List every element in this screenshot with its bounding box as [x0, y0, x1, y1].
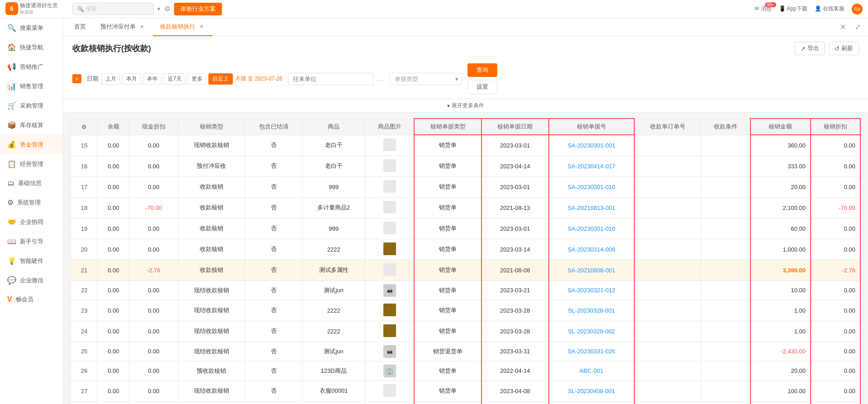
finance-icon: 💰 — [7, 140, 16, 149]
table-row: 270.000.00现结收款核销否衣服00001销货单2023-04-08SL-… — [71, 380, 861, 401]
brand-name: 畅捷通谱好生意 — [20, 2, 58, 9]
sidebar-item-operation[interactable]: 📋 经营管理 — [0, 154, 63, 174]
col-header-settings[interactable]: ⚙ — [71, 119, 98, 135]
date-last-month-btn[interactable]: 上月 — [101, 73, 120, 85]
page-content: 收款核销执行(按收款) ↗ 导出 ↺ 刷新 » — [63, 36, 868, 404]
inventory-icon: 📦 — [7, 121, 16, 129]
filter-dots: ... — [377, 76, 384, 82]
sidebar-label-guide: 新手引导 — [20, 238, 43, 246]
sidebar-label-operation: 经营管理 — [20, 160, 43, 168]
query-btn[interactable]: 查询 — [467, 63, 497, 77]
sidebar-item-hardware[interactable]: 💡 智能硬件 — [0, 251, 63, 271]
settings-gear-icon[interactable]: ⚙ — [164, 5, 170, 13]
bill-no-link[interactable]: SA-20230321-012 — [567, 287, 615, 294]
bill-no-link[interactable]: SA-20210808-001 — [567, 267, 615, 274]
sidebar-item-member[interactable]: V 畅会员 — [0, 290, 63, 309]
verify-bill-no-header-label: 核销单据号 — [577, 123, 606, 130]
bill-no-link[interactable]: SA-20230301-001 — [567, 142, 615, 149]
user-avatar[interactable]: Rit — [852, 4, 863, 14]
date-range-display: 不限 至 2023-07-26 — [236, 75, 283, 83]
date-7days-btn[interactable]: 近7天 — [164, 73, 186, 85]
tab-home[interactable]: 首页 — [67, 18, 93, 36]
verify-bill-date-header-label: 核销单据日期 — [497, 123, 533, 130]
sidebar-item-marketing[interactable]: 📢 营销推广 — [0, 57, 63, 76]
bill-no-link[interactable]: SA-20230414-017 — [567, 163, 615, 170]
query-settings-group: 查询 设置 — [467, 63, 497, 94]
tab-collection-label: 收款核销执行 — [160, 23, 195, 31]
sidebar-label-member: 畅会员 — [16, 295, 33, 304]
online-service[interactable]: 👤 在线客服 — [815, 5, 844, 13]
dropdown-arrow-icon[interactable]: ▾ — [157, 5, 160, 12]
date-this-year-btn[interactable]: 本年 — [143, 73, 162, 85]
message-notif[interactable]: ✉ 消息 99+ — [755, 5, 771, 13]
page-title: 收款核销执行(按收款) — [72, 43, 151, 54]
bill-no-link[interactable]: SA-20210813-001 — [567, 204, 615, 211]
message-badge: 99+ — [765, 2, 776, 7]
tab-expand-icon[interactable]: ⤢ — [851, 23, 864, 31]
sidebar-label-system: 系统管理 — [17, 199, 41, 207]
receipt-order-no-header-label: 收款单订单号 — [650, 123, 685, 130]
sidebar-item-system[interactable]: ⚙ 系统管理 — [0, 193, 63, 212]
sidebar-item-guide[interactable]: 📖 新手引导 — [0, 232, 63, 251]
bill-no-link[interactable]: SA-20230314-008 — [567, 246, 615, 253]
bill-no-link[interactable]: ABC-001 — [580, 367, 604, 374]
content-area: 首页 预付冲应付单 ✕ 收款核销执行 ✕ ✕ ⤢ 收款核销执行(按收款) — [63, 18, 868, 404]
expand-conditions-btn[interactable]: ▾ 展开更多条件 — [447, 102, 484, 109]
sidebar-item-base[interactable]: 🗂 基础信息 — [0, 174, 63, 193]
table-row: 170.000.00收款核销否999销货单2023-03-01SA-202303… — [71, 176, 861, 197]
bill-no-link[interactable]: SL-20230328-002 — [568, 328, 615, 335]
app-label: App下载 — [787, 5, 807, 12]
tab-prepay-close[interactable]: ✕ — [138, 23, 146, 30]
voucher-type-select[interactable]: 单据类型 — [390, 73, 462, 85]
tab-prepay[interactable]: 预付冲应付单 ✕ — [93, 18, 153, 36]
operation-icon: 📋 — [7, 160, 16, 168]
sidebar-label-base: 基础信息 — [18, 179, 42, 187]
tab-close-all-icon[interactable]: ✕ — [836, 23, 849, 31]
bill-no-link[interactable]: SL-20230328-001 — [568, 307, 615, 314]
date-custom-btn[interactable]: 自定义 — [208, 73, 233, 85]
col-header-product: 商品 — [302, 119, 365, 135]
filter-row: » 日期 上月 本月 本年 近7天 更多 自定义 不限 至 2023-07-26 — [72, 60, 859, 99]
export-icon: ↗ — [801, 45, 806, 52]
export-btn[interactable]: ↗ 导出 — [795, 42, 825, 55]
tab-collection-close[interactable]: ✕ — [198, 23, 205, 30]
partner-input[interactable] — [288, 73, 374, 85]
bill-no-link[interactable]: SL-20230408-001 — [568, 388, 615, 394]
table-row: 180.00-70.00收款核销否多计量商品2销货单2021-08-13SA-2… — [71, 197, 861, 218]
settings-btn[interactable]: 设置 — [467, 80, 497, 94]
bill-no-link[interactable]: SA-20230301-010 — [567, 225, 615, 232]
sidebar-item-inventory[interactable]: 📦 库存核算 — [0, 115, 63, 135]
sidebar-item-purchase[interactable]: 🛒 采购管理 — [0, 96, 63, 115]
date-this-month-btn[interactable]: 本月 — [122, 73, 141, 85]
sidebar-label-sales: 销售管理 — [20, 82, 43, 90]
table-row: 250.000.00现结收款核销否测试jun📷销货退货单2023-03-31SA… — [71, 342, 861, 361]
sidebar-item-search[interactable]: 🔍 搜索菜单 — [0, 18, 63, 38]
base-icon: 🗂 — [7, 179, 14, 187]
column-settings-icon: ⚙ — [81, 124, 87, 130]
filter-expand-btn[interactable]: » — [72, 74, 81, 83]
global-search[interactable]: 🔍 搜索 — [72, 3, 154, 15]
industry-btn[interactable]: 体验行业方案 — [174, 3, 222, 15]
refresh-btn[interactable]: ↺ 刷新 — [829, 42, 859, 55]
tab-collection[interactable]: 收款核销执行 ✕ — [153, 18, 212, 36]
bill-no-link[interactable]: SA-20230301-010 — [567, 184, 615, 190]
sidebar-item-sales[interactable]: 📊 销售管理 — [0, 76, 63, 96]
balance-header-label: 余额 — [108, 123, 119, 130]
top-bar-middle: 🔍 搜索 ▾ ⚙ 体验行业方案 — [72, 3, 751, 15]
tab-bar: 首页 预付冲应付单 ✕ 收款核销执行 ✕ ✕ ⤢ — [63, 18, 868, 36]
expand-label: 展开更多条件 — [452, 102, 484, 109]
bill-no-link[interactable]: SA-20230331-026 — [567, 348, 615, 355]
filter-voucher-section: 单据类型 — [390, 73, 462, 85]
cash-discount-header-label: 现金折扣 — [142, 123, 165, 130]
date-more-btn[interactable]: 更多 — [188, 73, 207, 85]
sidebar-item-shortcut[interactable]: 🏠 快捷导航 — [0, 38, 63, 57]
sidebar-item-wechat[interactable]: 💬 企业微信 — [0, 271, 63, 290]
sidebar-label-search: 搜索菜单 — [20, 24, 43, 32]
sidebar-item-collab[interactable]: 🤝 企业协同 — [0, 212, 63, 232]
sidebar-item-finance[interactable]: 💰 资金管理 — [0, 135, 63, 154]
table-area[interactable]: ⚙ 余额 现金折扣 核销类型 包 — [63, 113, 868, 404]
filter-date-section: 日期 上月 本月 本年 近7天 更多 自定义 不限 至 2023-07-26 — [87, 73, 283, 85]
app-download[interactable]: 📱 App下载 — [779, 5, 807, 13]
page-title-row: 收款核销执行(按收款) ↗ 导出 ↺ 刷新 — [72, 42, 859, 55]
col-header-product-img: 商品图片 — [365, 119, 414, 135]
